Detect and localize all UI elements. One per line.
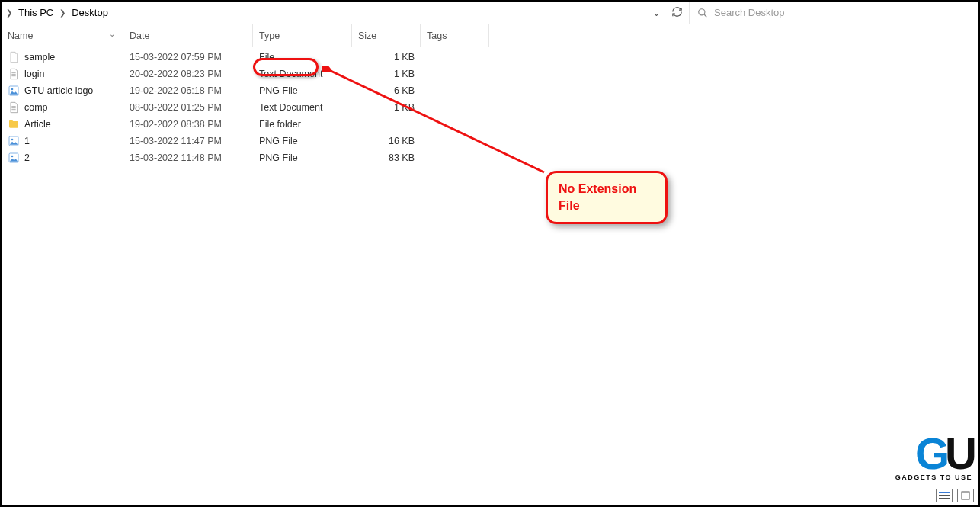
brand-logo: GU	[895, 435, 972, 472]
file-name: 2	[24, 152, 30, 163]
file-row[interactable]: login20-02-2022 08:23 PMText Document1 K…	[2, 66, 978, 82]
annotation-callout: No Extension File	[546, 171, 668, 224]
file-type: Text Document	[253, 69, 352, 79]
text-icon	[8, 68, 20, 80]
file-type: PNG File	[253, 85, 352, 96]
image-icon	[8, 135, 20, 147]
column-header-name[interactable]: Name ⌄	[2, 24, 123, 47]
file-size: 1 KB	[352, 102, 421, 113]
file-type: File	[253, 52, 352, 63]
chevron-right-icon: ❯	[5, 8, 14, 17]
file-row[interactable]: 115-03-2022 11:47 PMPNG File16 KB	[2, 133, 978, 149]
file-date: 19-02-2022 08:38 PM	[123, 119, 253, 130]
file-type: PNG File	[253, 152, 352, 163]
svg-rect-12	[962, 492, 969, 499]
file-type: Text Document	[253, 102, 352, 113]
file-name: comp	[24, 102, 48, 113]
file-name: login	[24, 69, 44, 79]
text-icon	[8, 101, 20, 114]
file-name: Article	[24, 119, 51, 130]
column-label: Name	[8, 30, 33, 41]
column-label: Type	[259, 30, 280, 41]
file-row[interactable]: sample15-03-2022 07:59 PMFile1 KB	[2, 49, 978, 66]
svg-point-3	[11, 88, 14, 91]
svg-rect-11	[939, 498, 950, 499]
image-icon	[8, 85, 20, 97]
history-dropdown-icon[interactable]: ⌄	[652, 7, 661, 18]
refresh-icon[interactable]	[671, 6, 683, 20]
file-list: sample15-03-2022 07:59 PMFile1 KBlogin20…	[2, 47, 978, 166]
file-type: File folder	[253, 119, 352, 130]
column-label: Tags	[427, 30, 447, 41]
svg-point-0	[699, 8, 705, 14]
column-header-type[interactable]: Type	[253, 24, 352, 47]
file-row[interactable]: 215-03-2022 11:48 PMPNG File83 KB	[2, 149, 978, 166]
file-size: 1 KB	[352, 69, 421, 79]
breadcrumb[interactable]: ❯ This PC ❯ Desktop ⌄	[2, 2, 689, 24]
sort-chevron-icon[interactable]: ⌄	[109, 30, 115, 38]
file-date: 20-02-2022 08:23 PM	[123, 69, 253, 79]
breadcrumb-item[interactable]: This PC	[14, 2, 58, 24]
file-size: 6 KB	[352, 85, 421, 96]
file-row[interactable]: comp08-03-2022 01:25 PMText Document1 KB	[2, 99, 978, 116]
file-date: 15-03-2022 11:47 PM	[123, 136, 253, 146]
file-size: 16 KB	[352, 136, 421, 146]
image-icon	[8, 152, 20, 164]
folder-icon	[8, 118, 20, 130]
large-icons-view-icon[interactable]	[957, 489, 974, 502]
view-mode-buttons	[936, 489, 974, 502]
details-view-icon[interactable]	[936, 489, 953, 502]
callout-text: No Extension File	[559, 182, 636, 212]
file-date: 19-02-2022 06:18 PM	[123, 85, 253, 96]
search-box[interactable]	[689, 2, 978, 24]
file-name: GTU article logo	[24, 85, 93, 96]
address-toolbar: ❯ This PC ❯ Desktop ⌄	[2, 2, 978, 24]
watermark: GU GADGETS TO USE	[895, 435, 972, 481]
file-row[interactable]: Article19-02-2022 08:38 PMFile folder	[2, 116, 978, 133]
file-size: 83 KB	[352, 152, 421, 163]
file-size: 1 KB	[352, 52, 421, 63]
column-header-date[interactable]: Date	[123, 24, 253, 47]
chevron-right-icon: ❯	[58, 8, 67, 17]
brand-tagline: GADGETS TO USE	[895, 473, 972, 481]
file-name: 1	[24, 136, 30, 146]
file-name: sample	[24, 52, 55, 63]
file-date: 08-03-2022 01:25 PM	[123, 102, 253, 113]
svg-line-1	[704, 14, 707, 17]
column-label: Date	[130, 30, 149, 41]
search-icon	[697, 8, 708, 18]
file-icon	[8, 51, 20, 63]
search-input[interactable]	[714, 7, 971, 18]
column-header-size[interactable]: Size	[352, 24, 421, 47]
file-type: PNG File	[253, 136, 352, 146]
svg-point-5	[11, 139, 14, 141]
file-date: 15-03-2022 07:59 PM	[123, 52, 253, 63]
svg-point-7	[11, 156, 14, 158]
column-header-tags[interactable]: Tags	[421, 24, 489, 47]
svg-rect-9	[939, 492, 950, 493]
file-date: 15-03-2022 11:48 PM	[123, 152, 253, 163]
svg-rect-10	[939, 495, 950, 496]
breadcrumb-item[interactable]: Desktop	[67, 2, 113, 24]
file-row[interactable]: GTU article logo19-02-2022 06:18 PMPNG F…	[2, 82, 978, 99]
column-label: Size	[358, 30, 376, 41]
column-headers: Name ⌄ Date Type Size Tags	[2, 24, 978, 47]
